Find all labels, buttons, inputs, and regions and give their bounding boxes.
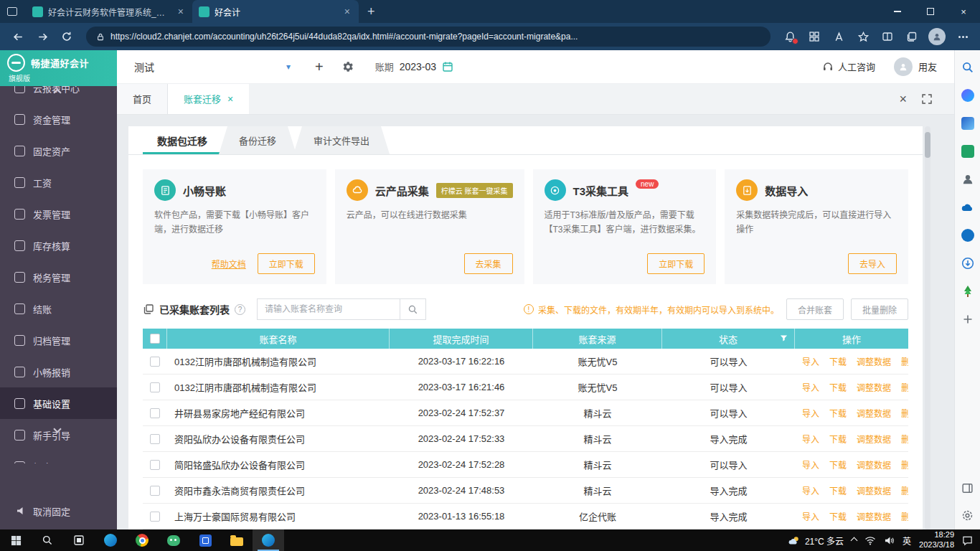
address-bar[interactable]: https://cloud2.chanjet.com/accounting/uh… bbox=[86, 27, 771, 47]
unpin-sidebar-button[interactable]: 取消固定 bbox=[0, 498, 117, 524]
row-checkbox[interactable] bbox=[150, 460, 160, 470]
back-button[interactable] bbox=[7, 26, 29, 47]
add-account-button[interactable]: + bbox=[315, 60, 324, 74]
settings-gear-icon[interactable] bbox=[341, 60, 354, 73]
tab-close-icon[interactable]: × bbox=[342, 6, 352, 17]
go-import-button[interactable]: 去导入 bbox=[848, 253, 897, 274]
scrollbar-thumb[interactable] bbox=[925, 132, 930, 158]
adjust-data-link[interactable]: 调整数据 bbox=[857, 355, 891, 367]
row-checkbox[interactable] bbox=[150, 486, 160, 496]
sidebar-menu-item[interactable]: 基础设置 bbox=[0, 387, 117, 419]
collections-icon[interactable] bbox=[901, 26, 923, 47]
wechat-taskbar-icon[interactable] bbox=[158, 529, 189, 551]
row-checkbox[interactable] bbox=[150, 357, 160, 367]
action-center-icon[interactable] bbox=[962, 535, 973, 546]
edge-active-window-icon[interactable] bbox=[253, 529, 284, 551]
import-link[interactable]: 导入 bbox=[802, 355, 819, 367]
delete-link[interactable]: 删除 bbox=[901, 355, 908, 367]
go-collect-button[interactable]: 去采集 bbox=[464, 253, 513, 274]
delete-link[interactable]: 删除 bbox=[901, 458, 908, 471]
browser-profile-avatar[interactable] bbox=[928, 28, 946, 45]
add-to-sidebar-icon[interactable] bbox=[961, 312, 975, 326]
file-explorer-icon[interactable] bbox=[221, 529, 253, 551]
sidebar-settings-icon[interactable] bbox=[961, 508, 975, 522]
download-link[interactable]: 下载 bbox=[829, 484, 847, 496]
tray-expand-icon[interactable] bbox=[851, 537, 858, 544]
weather-widget[interactable]: 21°C 多云 bbox=[788, 534, 844, 547]
sidebar-search-icon[interactable] bbox=[961, 60, 975, 75]
people-icon[interactable] bbox=[961, 172, 975, 187]
sidebar-menu-item[interactable]: 新手引导 bbox=[0, 419, 117, 451]
sidebar-menu-item[interactable]: 发票管理 bbox=[0, 198, 117, 230]
filter-funnel-icon[interactable] bbox=[780, 334, 788, 342]
tab-actions-icon[interactable] bbox=[7, 7, 17, 16]
delete-link[interactable]: 删除 bbox=[901, 381, 908, 393]
browser-tab-active[interactable]: 好会计 × bbox=[192, 0, 359, 23]
forward-button[interactable] bbox=[32, 26, 53, 47]
search-input[interactable] bbox=[257, 298, 400, 320]
download-link[interactable]: 下载 bbox=[829, 407, 847, 419]
help-doc-link[interactable]: 帮助文档 bbox=[212, 258, 246, 270]
download-now-button[interactable]: 立即下载 bbox=[258, 253, 315, 274]
calendar-icon[interactable] bbox=[442, 61, 453, 72]
sidebar-menu-item[interactable]: 结账 bbox=[0, 293, 117, 324]
tab-close-icon[interactable]: × bbox=[176, 6, 186, 17]
taskbar-search-icon[interactable] bbox=[32, 529, 63, 551]
drop-arrow-icon[interactable] bbox=[961, 256, 975, 270]
sidebar-menu-item[interactable]: 资金管理 bbox=[0, 103, 117, 135]
delete-link[interactable]: 删除 bbox=[901, 484, 908, 496]
favorites-star-icon[interactable] bbox=[852, 26, 874, 47]
help-icon[interactable]: ? bbox=[235, 304, 245, 315]
tab-backup-migrate[interactable]: 备份迁移 bbox=[219, 126, 296, 154]
download-now-button[interactable]: 立即下载 bbox=[647, 253, 705, 274]
adjust-data-link[interactable]: 调整数据 bbox=[857, 407, 891, 419]
support-button[interactable]: 人工咨询 bbox=[822, 60, 875, 73]
start-button[interactable] bbox=[0, 529, 32, 551]
row-checkbox[interactable] bbox=[150, 408, 160, 418]
tree-planting-icon[interactable] bbox=[961, 284, 975, 298]
refresh-button[interactable] bbox=[56, 26, 77, 47]
page-scrollbar[interactable] bbox=[925, 126, 930, 529]
row-checkbox[interactable] bbox=[150, 512, 160, 522]
sidebar-panel-icon[interactable] bbox=[961, 481, 975, 495]
outlook-icon[interactable] bbox=[961, 228, 975, 242]
sidebar-menu-item[interactable]: 固定资产 bbox=[0, 135, 117, 166]
fullscreen-icon[interactable] bbox=[921, 93, 933, 105]
download-link[interactable]: 下载 bbox=[829, 355, 847, 367]
download-link[interactable]: 下载 bbox=[829, 510, 847, 522]
adjust-data-link[interactable]: 调整数据 bbox=[857, 433, 891, 445]
search-button[interactable] bbox=[400, 298, 426, 320]
tab-home[interactable]: 首页 bbox=[117, 84, 168, 114]
taskbar-clock[interactable]: 18:29 2023/3/18 bbox=[919, 530, 954, 550]
tab-audit-export[interactable]: 审计文件导出 bbox=[293, 126, 390, 154]
chrome-taskbar-icon[interactable] bbox=[126, 529, 158, 551]
company-selector[interactable]: 测试 ▾ bbox=[134, 60, 291, 74]
network-wifi-icon[interactable] bbox=[864, 536, 876, 545]
delete-link[interactable]: 删除 bbox=[901, 510, 908, 522]
sidebar-menu-item[interactable]: 税务管理 bbox=[0, 261, 117, 293]
invoice-app-taskbar-icon[interactable] bbox=[189, 529, 221, 551]
merge-accounts-button[interactable]: 合并账套 bbox=[786, 298, 844, 320]
ime-language-indicator[interactable]: 英 bbox=[903, 534, 911, 547]
maximize-button[interactable] bbox=[914, 0, 947, 23]
sidebar-menu-item[interactable]: 小畅报销 bbox=[0, 356, 117, 387]
accounting-period[interactable]: 账期 2023-03 bbox=[375, 60, 453, 73]
split-screen-icon[interactable] bbox=[877, 26, 898, 47]
user-menu[interactable]: 用友 bbox=[894, 57, 937, 76]
tab-close-icon[interactable]: × bbox=[227, 93, 233, 105]
import-link[interactable]: 导入 bbox=[802, 458, 819, 471]
microsoft-365-icon[interactable] bbox=[961, 144, 975, 159]
read-aloud-icon[interactable] bbox=[828, 26, 849, 47]
notifications-bell-icon[interactable] bbox=[779, 26, 801, 47]
delete-link[interactable]: 删除 bbox=[901, 433, 908, 445]
sidebar-menu-item[interactable]: 库存核算 bbox=[0, 230, 117, 261]
batch-delete-button[interactable]: 批量删除 bbox=[851, 298, 908, 320]
workspaces-grid-icon[interactable] bbox=[804, 26, 825, 47]
download-link[interactable]: 下载 bbox=[829, 458, 847, 471]
sidebar-menu-item[interactable]: 畅会员 bbox=[0, 451, 117, 463]
tab-account-migrate[interactable]: 账套迁移 × bbox=[168, 84, 249, 114]
onedrive-icon[interactable] bbox=[961, 200, 975, 215]
task-view-icon[interactable] bbox=[63, 529, 95, 551]
import-link[interactable]: 导入 bbox=[802, 510, 819, 522]
tab-data-package-migrate[interactable]: 数据包迁移 bbox=[143, 126, 222, 154]
